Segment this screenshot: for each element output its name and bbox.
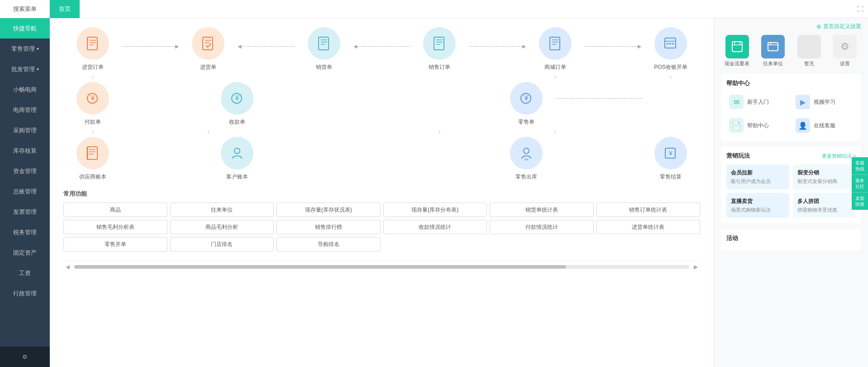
sidebar-item-label: 固定资产 [13, 249, 37, 257]
flow-node-pos[interactable]: POS收银开单 [641, 27, 700, 71]
settings-icon: ⚙ [833, 35, 857, 58]
sales-icon [308, 27, 340, 60]
func-btn-payment-stat[interactable]: 付款情况统计 [490, 220, 594, 234]
partners-icon [761, 35, 785, 58]
retail-order-icon: ¥ [510, 82, 543, 115]
common-functions-row3: 零售开单 门店排名 导购排名 [63, 237, 700, 251]
flow-node-mall-order[interactable]: 商城订单 [526, 27, 585, 71]
sidebar-item-purchase[interactable]: 采购管理 [0, 120, 50, 140]
desktop-label: 桌面快捷 [855, 196, 864, 207]
sidebar-item-ecommerce[interactable]: 电商管理 [0, 100, 50, 120]
func-btn-retail-order[interactable]: 零售开单 [63, 237, 167, 251]
customize-settings-bar[interactable]: ⚙ 首页自定义设置 [721, 23, 861, 30]
flow-node-retail-settle[interactable]: ¥ 零售结算 [641, 137, 700, 181]
marketing-card-group[interactable]: 多人拼团 拼团购物享受优惠 [793, 193, 856, 218]
sidebar-item-admin[interactable]: 行政管理 [0, 283, 50, 304]
sales-label: 销货单 [316, 63, 332, 71]
horizontal-scrollbar[interactable]: ◀ ▶ [63, 261, 700, 272]
sidebar-item-tax[interactable]: 税务管理 [0, 222, 50, 242]
func-btn-store-rank[interactable]: 门店排名 [170, 237, 274, 251]
help-item-help-center[interactable]: 📄 帮助中心 [726, 116, 789, 135]
sidebar-item-invoice[interactable]: 发票管理 [0, 202, 50, 222]
receipt-icon: ¥ [221, 82, 253, 115]
float-btn-community[interactable]: 服务社区 [852, 174, 868, 192]
scroll-track[interactable] [74, 265, 689, 269]
func-btn-purchase-stat[interactable]: 进货单统计表 [596, 220, 701, 234]
svg-text:¥: ¥ [668, 150, 672, 157]
home-tab[interactable]: 首页 [50, 0, 80, 18]
func-btn-goods-profit[interactable]: 商品毛利分析 [170, 220, 274, 234]
func-btn-stock-status[interactable]: 现存量(库存状况表) [277, 203, 381, 217]
customer-book-label: 客户账本 [226, 173, 248, 181]
quick-icon-partners[interactable]: 往来单位 [757, 35, 790, 67]
gear-icon: ⚙ [816, 24, 821, 30]
help-center-section: 帮助中心 ✉ 新手入门 ▶ 视频学习 📄 帮助中心 [721, 74, 861, 141]
quick-icon-settings[interactable]: ⚙ 设置 [829, 35, 862, 67]
flow-node-sales-order[interactable]: 销售订单 [410, 27, 469, 71]
supplier-book-icon [76, 137, 109, 169]
sales-order-label: 销售订单 [429, 63, 450, 71]
svg-text:¥: ¥ [91, 94, 95, 102]
sidebar-settings[interactable]: ⚙ [0, 347, 50, 367]
scroll-left-arrow[interactable]: ◀ [63, 264, 72, 270]
flow-node-sales[interactable]: 销货单 [295, 27, 353, 71]
sidebar-item-ledger[interactable]: 总账管理 [0, 181, 50, 202]
flow-node-customer-book[interactable]: 客户账本 [208, 137, 267, 181]
retail-order-label: 零售单 [518, 118, 534, 126]
help-item-video[interactable]: ▶ 视频学习 [793, 92, 856, 112]
pos-icon [654, 27, 687, 60]
float-btn-desktop[interactable]: 桌面快捷 [852, 192, 868, 210]
purchase-order-icon [76, 27, 109, 60]
func-btn-sales-order-stat[interactable]: 销售订单统计表 [596, 203, 701, 217]
flow-node-purchase-order[interactable]: 进货订单 [63, 27, 122, 71]
group-card-title: 多人拼团 [797, 198, 851, 205]
flow-node-retail-order[interactable]: ¥ 零售单 [497, 82, 556, 126]
help-item-online-service[interactable]: 👤 在线客服 [793, 116, 856, 135]
func-btn-receipt-stat[interactable]: 收款情况统计 [383, 220, 487, 234]
sidebar-item-label: 快捷导航 [13, 24, 37, 33]
help-item-beginner[interactable]: ✉ 新手入门 [726, 92, 789, 112]
sidebar: 快捷导航 零售管理 ▾ 批发管理 ▾ 小畅电商 电商管理 采购管理 库存核算 [0, 18, 50, 367]
marketing-card-fission[interactable]: 裂变分销 裂变式发展分销商 [793, 164, 856, 189]
help-center-icon: 📄 [729, 118, 744, 133]
right-panel: ⚙ 首页自定义设置 现金流量表 往来单位 [714, 18, 868, 367]
flow-node-supplier-book[interactable]: 供应商账本 [63, 137, 122, 181]
purchase-order-label: 进货订单 [82, 63, 104, 71]
search-menu-button[interactable]: 搜索菜单 [0, 0, 50, 18]
float-btn-service[interactable]: 客服热线 [852, 157, 868, 174]
empty-icon [797, 35, 821, 58]
sidebar-item-retail[interactable]: 零售管理 ▾ [0, 39, 50, 59]
func-btn-stock-dist[interactable]: 现存量(库存分布表) [383, 203, 487, 217]
func-btn-sales-stat[interactable]: 销货单统计表 [490, 203, 594, 217]
retail-settle-label: 零售结算 [660, 173, 682, 181]
marketing-card-member[interactable]: 会员拉新 吸引用户成为会员 [726, 164, 789, 189]
flow-node-purchase[interactable]: 进货单 [179, 27, 238, 71]
quick-icon-cashflow[interactable]: 现金流量表 [721, 35, 754, 67]
sidebar-item-label: 电商管理 [13, 106, 37, 114]
sidebar-item-quicknav[interactable]: 快捷导航 [0, 18, 50, 39]
func-btn-guide-rank[interactable]: 导购排名 [277, 237, 381, 251]
search-menu-label: 搜索菜单 [13, 5, 37, 13]
expand-icon[interactable]: ⛶ [857, 5, 863, 13]
func-btn-sales-rank[interactable]: 销售排行榜 [277, 220, 381, 234]
svg-rect-15 [550, 37, 560, 50]
beginner-icon: ✉ [729, 95, 744, 109]
func-btn-goods[interactable]: 商品 [63, 203, 167, 217]
sidebar-item-inventory[interactable]: 库存核算 [0, 140, 50, 161]
scroll-right-arrow[interactable]: ▶ [692, 264, 700, 270]
flow-node-receipt[interactable]: ¥ 收款单 [208, 82, 267, 126]
sidebar-item-ecommerce-small[interactable]: 小畅电商 [0, 79, 50, 100]
online-service-icon: 👤 [796, 118, 810, 133]
marketing-card-live[interactable]: 直播卖货 场景式购物新玩法 [726, 193, 789, 218]
func-btn-partners[interactable]: 往来单位 [170, 203, 274, 217]
settings-label: 设置 [840, 60, 850, 67]
flow-node-payment[interactable]: ¥ 付款单 [63, 82, 122, 126]
more-marketing-link[interactable]: 更多营销玩法 > [822, 153, 856, 159]
func-btn-sales-profit[interactable]: 销售毛利分析表 [63, 220, 167, 234]
sidebar-item-wholesale[interactable]: 批发管理 ▾ [0, 59, 50, 79]
flow-node-retail-out[interactable]: 零售出库 [497, 137, 556, 181]
sidebar-item-payroll[interactable]: 工资 [0, 263, 50, 283]
sidebar-item-finance[interactable]: 资金管理 [0, 161, 50, 181]
sidebar-item-assets[interactable]: 固定资产 [0, 242, 50, 263]
svg-point-35 [234, 148, 240, 154]
